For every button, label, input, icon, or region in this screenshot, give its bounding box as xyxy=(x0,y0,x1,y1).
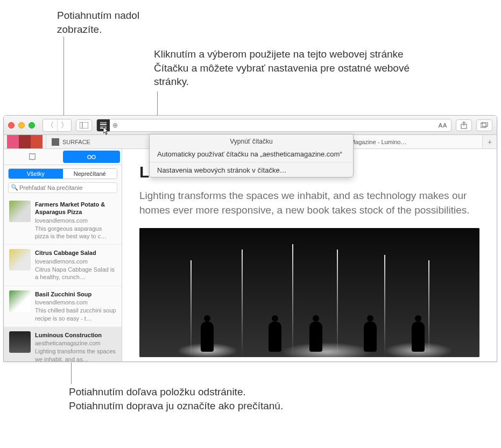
svg-point-5 xyxy=(88,155,91,158)
article-hero-image xyxy=(139,228,479,357)
list-source: loveandlemons.com xyxy=(35,298,116,306)
tab-colors[interactable] xyxy=(4,135,46,148)
list-desc: This gorgeous asparagus pizza is the bes… xyxy=(35,225,116,240)
forward-button[interactable]: 〉 xyxy=(57,119,71,131)
list-thumb xyxy=(9,249,31,271)
reader-button[interactable] xyxy=(97,119,110,131)
list-desc: Lighting transforms the spaces we inhabi… xyxy=(35,347,116,361)
reader-menu-title: Vypnúť čítačku xyxy=(150,134,353,147)
toolbar: 〈 〉 ⊕ AA xyxy=(4,116,497,135)
list-title: Basil Zucchini Soup xyxy=(35,290,116,298)
sidebar-mode-tabs xyxy=(4,149,122,165)
svg-rect-3 xyxy=(481,123,486,127)
nav-buttons: 〈 〉 xyxy=(43,119,72,132)
article-subtitle: Lighting transforms the spaces we inhabi… xyxy=(139,189,479,217)
address-bar[interactable]: ⊕ AA xyxy=(96,119,451,132)
reading-list-filter: Všetky Neprečítané xyxy=(8,168,117,179)
text-size-control[interactable]: AA xyxy=(435,122,451,129)
tab-label: SURFACE xyxy=(62,139,90,145)
list-source: loveandlemons.com xyxy=(35,217,116,224)
sidebar-toggle-button[interactable] xyxy=(76,119,92,131)
reading-list-sidebar: Všetky Neprečítané 🔍 Farmers Market Pota… xyxy=(4,149,122,361)
svg-rect-4 xyxy=(482,122,488,126)
list-item[interactable]: Citrus Cabbage Salad loveandlemons.com C… xyxy=(4,245,122,286)
callout-top-left: Potiahnutím nadol zobrazíte. xyxy=(57,9,175,36)
reading-list-tab[interactable] xyxy=(63,151,121,163)
callout-line xyxy=(71,362,72,384)
search-input[interactable] xyxy=(8,182,117,193)
tabs-button[interactable] xyxy=(476,119,492,131)
callout-bottom: Potiahnutím doľava položku odstránite. P… xyxy=(69,385,295,413)
reader-icon xyxy=(100,122,107,129)
minimize-window-icon[interactable] xyxy=(18,122,25,129)
zoom-window-icon[interactable] xyxy=(29,122,35,129)
reader-content: Luminous Construction Lighting transform… xyxy=(122,149,497,361)
bookmarks-tab[interactable] xyxy=(4,149,61,165)
reader-dropdown: Vypnúť čítačku Automaticky používať číta… xyxy=(149,134,354,177)
filter-all[interactable]: Všetky xyxy=(9,169,63,179)
svg-point-6 xyxy=(92,155,95,158)
reader-menu-settings[interactable]: Nastavenia webových stránok v čítačke… xyxy=(150,163,353,177)
list-item[interactable]: Basil Zucchini Soup loveandlemons.com Th… xyxy=(4,286,122,327)
list-source: aestheticamagazine.com xyxy=(35,339,116,347)
new-tab-button[interactable]: + xyxy=(483,135,497,148)
svg-rect-0 xyxy=(80,122,88,129)
list-source: loveandlemons.com xyxy=(35,258,116,265)
window-controls xyxy=(8,122,35,129)
list-item[interactable]: Farmers Market Potato & Asparagus Pizza … xyxy=(4,196,122,245)
callout-line xyxy=(157,91,158,116)
main-split: Všetky Neprečítané 🔍 Farmers Market Pota… xyxy=(4,149,497,361)
list-thumb xyxy=(9,290,31,312)
search-icon: 🔍 xyxy=(11,184,18,191)
close-window-icon[interactable] xyxy=(8,122,15,129)
reading-list: Farmers Market Potato & Asparagus Pizza … xyxy=(4,196,122,361)
list-desc: This chilled basil zucchini soup recipe … xyxy=(35,307,116,322)
list-desc: Citrus Napa Cabbage Salad is a healthy, … xyxy=(35,266,116,281)
reading-list-search: 🔍 xyxy=(8,182,117,193)
list-title: Luminous Construction xyxy=(35,331,116,339)
list-title: Citrus Cabbage Salad xyxy=(35,249,116,257)
callout-top-right: Kliknutím a výberom použijete na tejto w… xyxy=(154,47,423,89)
share-button[interactable] xyxy=(456,119,472,131)
reader-menu-auto[interactable]: Automaticky používať čítačku na „aesthet… xyxy=(150,147,353,161)
list-thumb xyxy=(9,201,31,222)
list-thumb xyxy=(9,331,31,353)
surface-favicon-icon xyxy=(52,138,59,146)
back-button[interactable]: 〈 xyxy=(43,119,57,131)
safari-window: 〈 〉 ⊕ AA Vypnúť čít xyxy=(3,115,497,362)
add-to-reading-list-icon[interactable]: ⊕ xyxy=(110,122,121,129)
filter-unread[interactable]: Neprečítané xyxy=(63,169,117,179)
list-item[interactable]: Luminous Construction aestheticamagazine… xyxy=(4,327,122,361)
list-title: Farmers Market Potato & Asparagus Pizza xyxy=(35,201,116,216)
